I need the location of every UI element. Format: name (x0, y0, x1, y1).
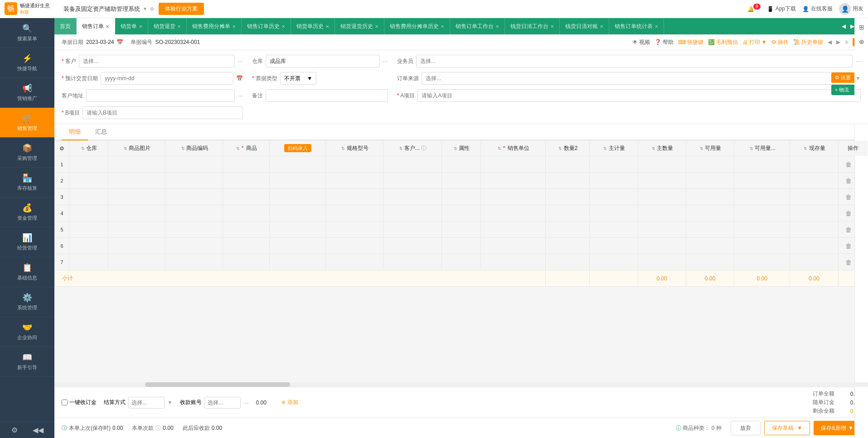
save-button[interactable]: 保存&新增 ▼ (814, 421, 861, 435)
sidebar-settings-icon[interactable]: ⚙ (11, 426, 18, 434)
row-5-customer-code[interactable] (383, 221, 441, 238)
row-4-sales-unit[interactable] (480, 205, 546, 221)
row-4-main-qty[interactable] (638, 205, 686, 221)
row-6-qty2[interactable] (546, 238, 590, 254)
row-6-sales-unit[interactable] (480, 238, 546, 254)
tab-sales-history[interactable]: 销货单历史 ✕ (291, 18, 335, 34)
row-4-product[interactable] (223, 205, 270, 221)
action-view[interactable]: 👁 视频 (632, 39, 650, 46)
row-7-attribute[interactable] (441, 254, 480, 270)
row-7-qty2[interactable] (546, 254, 590, 270)
row-5-warehouse[interactable] (69, 221, 108, 238)
right-icon-1[interactable]: ⊞ (856, 22, 867, 33)
row-4-qty2[interactable] (546, 205, 590, 221)
tab-order-workbench-close[interactable]: ✕ (495, 24, 499, 29)
action-shortcuts[interactable]: ⌨ 快捷键 (678, 39, 703, 46)
action-history[interactable]: 📜 历史单据 (793, 39, 823, 46)
sidebar-item-sales[interactable]: 🛒 销售管理 (0, 108, 54, 138)
row-5-product[interactable] (223, 221, 270, 238)
row-5-qty2[interactable] (546, 221, 590, 238)
draft-button[interactable]: 保存草稿 ▼ (764, 421, 810, 435)
sidebar-item-guide[interactable]: 📖 新手引导 (0, 347, 54, 377)
tab-fee-split-history-close[interactable]: ✕ (441, 24, 444, 29)
row-2-spec[interactable] (326, 173, 383, 189)
th-gear[interactable]: ⚙ (55, 141, 69, 156)
customer-input[interactable] (79, 55, 235, 67)
delivery-date-calendar-icon[interactable]: 📅 (236, 75, 243, 82)
row-6-main-qty[interactable] (638, 238, 686, 254)
row-7-customer-code[interactable] (383, 254, 441, 270)
tab-fee-split[interactable]: 销售费用分摊单 ✕ (187, 18, 242, 34)
th-current-stock[interactable]: ⇅ 现存量 (790, 141, 838, 156)
customer-address-input[interactable] (86, 89, 235, 102)
th-qty2[interactable]: ⇅ 数量2 (546, 141, 590, 156)
row-5-spec[interactable] (326, 221, 383, 238)
tab-daily-reconcile[interactable]: 钱货日清对账 ✕ (560, 18, 609, 34)
sidebar-item-marketing[interactable]: 📢 营销推广 (0, 78, 54, 108)
add-link[interactable]: ⊕ 添加 (281, 399, 298, 406)
row-3-customer-code[interactable] (383, 189, 441, 205)
sidebar-item-operations[interactable]: 📊 经营管理 (0, 227, 54, 257)
add-col-button[interactable]: + 物流 (831, 85, 854, 95)
row-2-warehouse[interactable] (69, 173, 108, 189)
row-6-product[interactable] (223, 238, 270, 254)
one-click-settlement[interactable]: 一键收订金 (62, 399, 97, 406)
row-5-main-qty[interactable] (638, 221, 686, 238)
warehouse-input[interactable] (266, 55, 380, 67)
row-1-qty2[interactable] (546, 156, 590, 173)
scan-button[interactable]: 扫码录入 (284, 144, 311, 152)
row-4-spec[interactable] (326, 205, 383, 221)
row-7-warehouse[interactable] (69, 254, 108, 270)
system-title-arrow[interactable]: ▼ (143, 6, 147, 11)
tab-order-history-close[interactable]: ✕ (281, 24, 285, 29)
scroll-thumb[interactable] (145, 382, 290, 387)
row-1-customer-code[interactable] (383, 156, 441, 173)
row-2-product[interactable] (223, 173, 270, 189)
one-click-checkbox[interactable] (62, 399, 68, 405)
tab-sales-return[interactable]: 销货单 ✕ (115, 18, 148, 34)
table-wrapper[interactable]: ⚙ ⇅ 仓库 ⇅ 商品图片 ⇅ 商品编码 (54, 140, 868, 382)
row-6-delete-icon[interactable]: 🗑 (844, 241, 853, 250)
row-6-product-code[interactable] (165, 238, 223, 254)
a-project-input[interactable] (417, 89, 861, 102)
tab-daily-reconcile-close[interactable]: ✕ (600, 24, 603, 29)
row-1-spec[interactable] (326, 156, 383, 173)
tab-order-stats[interactable]: 销售订单统计表 ✕ (609, 18, 664, 34)
order-source-input[interactable] (422, 72, 853, 85)
tab-sales-order-close[interactable]: ✕ (106, 24, 109, 29)
row-2-qty2[interactable] (546, 173, 590, 189)
row-7-spec[interactable] (326, 254, 383, 270)
sidebar-collapse-icon[interactable]: ◀◀ (33, 426, 44, 434)
tab-summary[interactable]: 汇总 (88, 124, 114, 140)
th-customer-code[interactable]: ⇅ 客户... ⓘ (383, 141, 441, 156)
th-attribute[interactable]: ⇅ 属性 (441, 141, 480, 156)
row-6-warehouse[interactable] (69, 238, 108, 254)
row-3-product-code[interactable] (165, 189, 223, 205)
online-service-item[interactable]: 👤 在线客服 (802, 5, 833, 13)
row-2-attribute[interactable] (441, 173, 480, 189)
row-2-product-code[interactable] (165, 173, 223, 189)
settings-gear-icon[interactable]: ⚙ (150, 6, 154, 11)
sidebar-item-purchase[interactable]: 📦 采购管理 (0, 138, 54, 168)
row-6-attribute[interactable] (441, 238, 480, 254)
save-dropdown-icon[interactable]: ▼ (848, 425, 853, 431)
row-4-delete-icon[interactable]: 🗑 (844, 209, 853, 218)
row-3-warehouse[interactable] (69, 189, 108, 205)
sidebar-item-quicknav[interactable]: ⚡ 快捷导航 (0, 48, 54, 78)
action-profit[interactable]: 💹 毛利预估 (708, 39, 738, 46)
row-2-main-qty[interactable] (638, 173, 686, 189)
row-4-warehouse[interactable] (69, 205, 108, 221)
tab-detail[interactable]: 明细 (62, 124, 88, 140)
row-1-main-qty[interactable] (638, 156, 686, 173)
row-7-product[interactable] (223, 254, 270, 270)
row-7-product-code[interactable] (165, 254, 223, 270)
row-6-spec[interactable] (326, 238, 383, 254)
row-1-delete-icon[interactable]: 🗑 (844, 160, 853, 169)
date-picker-icon[interactable]: 📅 (116, 39, 123, 45)
row-1-sales-unit[interactable] (480, 156, 546, 173)
th-main-unit[interactable]: ⇅ 主计量 (590, 141, 638, 156)
user-item[interactable]: 👤 用友 (839, 3, 863, 15)
delivery-date-input[interactable] (101, 72, 233, 85)
discard-button[interactable]: 放弃 (731, 421, 761, 435)
account-input[interactable] (204, 397, 241, 409)
